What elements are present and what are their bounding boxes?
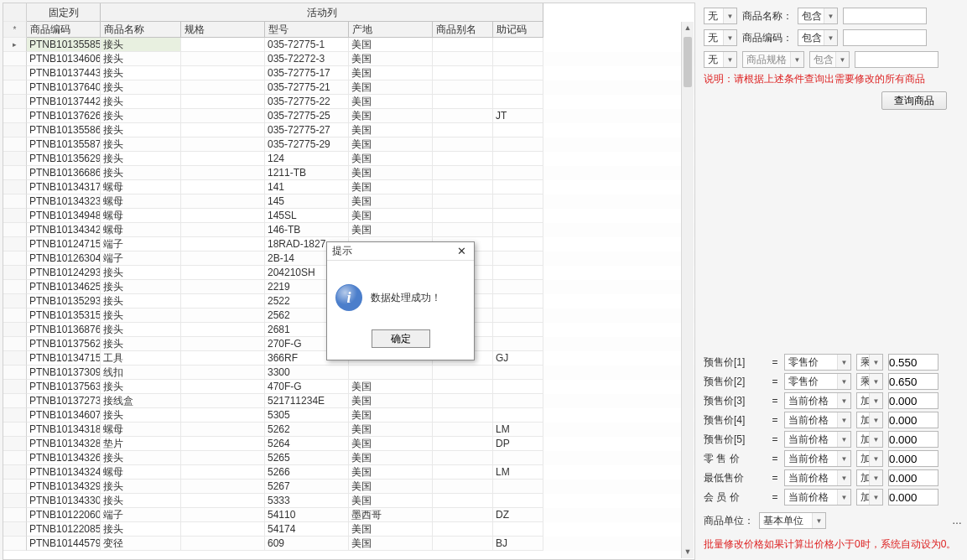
dialog-title: 提示 <box>332 244 352 258</box>
modal-mask: 提示 ✕ 数据处理成功！ 确定 <box>0 0 967 560</box>
ok-button[interactable]: 确定 <box>372 329 430 348</box>
dialog-message: 数据处理成功！ <box>371 291 441 305</box>
dialog: 提示 ✕ 数据处理成功！ 确定 <box>326 241 475 360</box>
info-icon <box>335 284 362 311</box>
app-root: 固定列 活动列 商品编码商品名称规格型号产地商品别名助记码 PTNB101355… <box>0 0 967 560</box>
dialog-titlebar[interactable]: 提示 ✕ <box>327 242 474 261</box>
close-icon[interactable]: ✕ <box>454 244 469 259</box>
